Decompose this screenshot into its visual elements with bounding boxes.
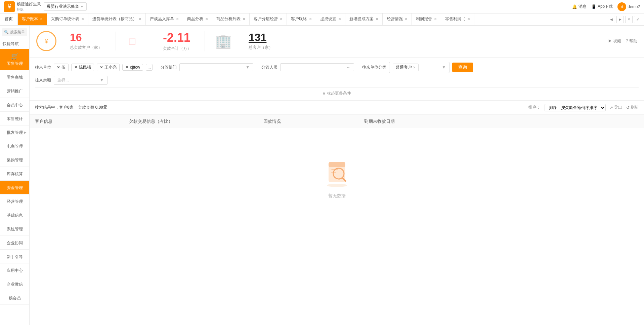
results-info: 搜索结果中，客户0家 欠款金额 0.00元 — [35, 105, 111, 110]
tab-product-analysis[interactable]: 商品分析 ✕ — [183, 13, 212, 25]
tab-operations[interactable]: 经营情况 ✕ — [383, 13, 412, 25]
sidebar: 🔍 搜索菜单 快捷导航 🛒 零售管理 零售商城 营销推广 会员中心 零售统计 批… — [0, 26, 30, 325]
sidebar-item-purchase[interactable]: 采购管理 — [0, 153, 29, 167]
tab-product-analysis-list[interactable]: 商品分析列表 ✕ — [212, 13, 250, 25]
sidebar-item-wechat[interactable]: 企业微信 — [0, 277, 29, 291]
empty-icon — [320, 155, 354, 189]
topbar-right: 🔔 消息 📱 App下载 d demo2 — [572, 2, 640, 11]
sidebar-item-basic-info[interactable]: 基础信息 — [0, 208, 29, 222]
export-icon: ↗ — [610, 105, 613, 110]
stats-middle-icon: ◇ — [119, 27, 147, 56]
close-tab-icon[interactable]: ✕ — [405, 17, 407, 21]
sidebar-item-app-center[interactable]: 应用中心 — [0, 263, 29, 277]
avatar: d — [617, 2, 626, 11]
chevron-down-icon: ▼ — [80, 5, 84, 8]
sidebar-item-inventory[interactable]: 库存核算 — [0, 167, 29, 181]
chevron-down-icon: ▼ — [246, 65, 250, 70]
sidebar-item-system[interactable]: 系统管理 — [0, 222, 29, 236]
tab-home[interactable]: 首页 — [0, 13, 18, 25]
tab-profit-report[interactable]: 利润报告 ✕ — [412, 13, 441, 25]
tab-retail-profit[interactable]: 零售利润（ ✕ — [441, 13, 474, 25]
help-button[interactable]: ? 帮助 — [626, 38, 637, 44]
sidebar-item-guide[interactable]: 新手引导 — [0, 250, 29, 263]
close-tab-icon[interactable]: ✕ — [81, 17, 84, 21]
close-tab-icon[interactable]: ✕ — [176, 17, 179, 21]
app-download-button[interactable]: 📱 App下载 — [591, 4, 613, 9]
sidebar-item-operations[interactable]: 经营管理 — [0, 194, 29, 208]
tab-customer-account[interactable]: 客户账本 ✕ — [18, 13, 47, 25]
nav-prev-button[interactable]: ◀ — [608, 16, 615, 23]
tab-customer-contact[interactable]: 客户联络 ✕ — [287, 13, 316, 25]
query-button[interactable]: 查询 — [452, 63, 473, 72]
nav-controls: ◀ ▶ ✕ ⤢ — [605, 16, 644, 23]
close-tab-icon[interactable]: ✕ — [139, 17, 141, 21]
close-tab-icon[interactable]: ✕ — [243, 17, 245, 21]
sidebar-quick-nav[interactable]: 快捷导航 — [0, 39, 29, 49]
filter-row-1: 往来单位 ✕ 伍 ✕ 陈民强 ✕ 王小亮 ✕ cjttcw ... — [35, 62, 639, 73]
results-bar: 搜索结果中，客户0家 欠款金额 0.00元 排序： 排序：按欠款金额倒序排序 ↗… — [30, 101, 644, 114]
chevron-right-icon: ▶ — [24, 131, 27, 134]
column-repayment: 回款情况 — [263, 118, 364, 124]
refresh-button[interactable]: ↺ 刷新 — [626, 105, 639, 110]
filter-row-2: 往来余额 选择... ▼ — [35, 76, 639, 85]
tab-new-commission[interactable]: 新增提成方案 ✕ — [345, 13, 383, 25]
nav-close-all-button[interactable]: ✕ — [625, 16, 633, 23]
user-profile[interactable]: d demo2 — [617, 2, 640, 11]
filter-balance-select[interactable]: 选择... ▼ — [54, 76, 108, 85]
filter-person-select[interactable]: ··· — [280, 63, 354, 71]
stats-bar-actions: ▶ 视频 ? 帮助 — [608, 38, 637, 44]
video-help-button[interactable]: ▶ 视频 — [608, 38, 621, 44]
content-area: ¥ 16 总欠款客户（家） ◇ -2.11 欠款合计（万） 🏢 131 总客户（… — [30, 26, 644, 325]
close-tab-icon[interactable]: ✕ — [280, 17, 283, 21]
filter-more-tags[interactable]: ... — [146, 64, 153, 71]
logo-text: 畅捷通好生意 标版 — [17, 2, 41, 11]
tab-purchase-order[interactable]: 采购订单统计表 ✕ — [47, 13, 88, 25]
more-icon: ··· — [347, 65, 350, 70]
sidebar-item-mall[interactable]: 零售商城 — [0, 70, 29, 84]
sort-select[interactable]: 排序：按欠款金额倒序排序 — [545, 104, 606, 111]
collapse-button[interactable]: ∧ 收起更多条件 — [323, 91, 351, 96]
stat-total-customers: 131 总客户（家） — [242, 32, 286, 50]
chevron-up-icon: ∧ — [323, 91, 326, 96]
close-tab-icon[interactable]: ✕ — [40, 17, 43, 21]
close-tab-icon[interactable]: ✕ — [376, 17, 378, 21]
close-tab-icon[interactable]: ✕ — [434, 17, 437, 21]
nav-next-button[interactable]: ▶ — [616, 16, 624, 23]
sidebar-search[interactable]: 🔍 搜索菜单 — [2, 28, 27, 36]
chevron-down-icon: ▼ — [100, 78, 104, 82]
messages-button[interactable]: 🔔 消息 — [572, 4, 587, 9]
tab-commission-settings[interactable]: 提成设置 ✕ — [316, 13, 345, 25]
filter-dept-select[interactable]: ▼ — [179, 63, 253, 71]
tab-product-inbound[interactable]: 产成品入库单 ✕ — [146, 13, 183, 25]
results-actions: 排序： 排序：按欠款金额倒序排序 ↗ 导出 ↺ 刷新 — [528, 104, 639, 111]
svg-point-0 — [327, 184, 347, 187]
sidebar-item-member[interactable]: 会员中心 — [0, 98, 29, 112]
close-tab-icon[interactable]: ✕ — [467, 17, 470, 21]
sidebar-item-member2[interactable]: 畅会员 — [0, 291, 29, 305]
close-tab-icon[interactable]: ✕ — [338, 17, 341, 21]
sidebar-item-retail[interactable]: 🛒 零售管理 — [0, 49, 29, 70]
nav-expand-button[interactable]: ⤢ — [634, 16, 641, 23]
svg-rect-2 — [329, 162, 345, 167]
sidebar-item-retail-stat[interactable]: 零售统计 — [0, 112, 29, 125]
sidebar-item-enterprise[interactable]: 企业协同 — [0, 236, 29, 250]
stats-bar: ¥ 16 总欠款客户（家） ◇ -2.11 欠款合计（万） 🏢 131 总客户（… — [30, 26, 644, 57]
filter-collapse-row: ∧ 收起更多条件 — [35, 87, 639, 96]
tab-goods-stat[interactable]: 进货单统计表（按商品） ✕ — [88, 13, 146, 25]
close-tab-icon[interactable]: ✕ — [205, 17, 208, 21]
filter-tag-wu: ✕ 伍 — [54, 64, 69, 71]
sidebar-item-marketing[interactable]: 营销推广 — [0, 84, 29, 98]
tab-customer-layer[interactable]: 客户分层经营 ✕ — [250, 13, 287, 25]
company-selector[interactable]: 母婴行业演示账套 ▼ — [44, 2, 87, 11]
export-button[interactable]: ↗ 导出 — [610, 105, 622, 110]
column-customer-info: 客户信息 — [35, 118, 129, 124]
customer-type-tag: 普通客户 ✕ — [393, 64, 419, 71]
play-icon: ▶ — [608, 39, 612, 43]
close-tab-icon[interactable]: ✕ — [309, 17, 312, 21]
filter-unit-type-select[interactable]: 普通客户 ✕ ▼ — [389, 62, 449, 73]
sidebar-item-finance[interactable]: 资金管理 — [0, 181, 29, 194]
sidebar-item-wholesale[interactable]: 批发管理 ▶ — [0, 125, 29, 139]
logo-icon: ¥ — [4, 1, 15, 12]
svg-rect-5 — [331, 169, 338, 170]
sidebar-item-ecommerce[interactable]: 电商管理 — [0, 139, 29, 153]
